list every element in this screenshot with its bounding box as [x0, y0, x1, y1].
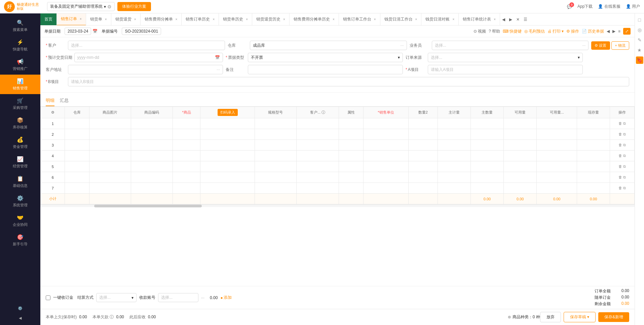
- row-main-unit[interactable]: [438, 118, 470, 129]
- view-toggle-btn[interactable]: ≡: [618, 29, 620, 34]
- warehouse-input[interactable]: 成品库 ···: [250, 41, 407, 50]
- logistics-btn[interactable]: + 物流: [611, 41, 629, 50]
- tab-close-all-btn[interactable]: ✕: [514, 17, 522, 22]
- sidebar-item-purchase[interactable]: 🛒 采购管理: [0, 94, 40, 114]
- view-btn[interactable]: ⊙ 视频: [473, 29, 486, 34]
- customer-input[interactable]: 选择...: [68, 41, 225, 50]
- dots-icon[interactable]: ···: [201, 295, 204, 300]
- tab-next-btn[interactable]: ▶: [507, 17, 514, 22]
- row-product[interactable]: [173, 118, 200, 129]
- project-a-input[interactable]: 请输入A项目: [428, 65, 583, 74]
- delete-icon[interactable]: 🗑: [618, 121, 622, 125]
- tab-sales-order[interactable]: 销售订单 ×: [57, 13, 86, 26]
- sidebar-item-guide[interactable]: 🎯 新手引导: [0, 231, 40, 250]
- delete-icon[interactable]: 🗑: [618, 164, 622, 168]
- settings-btn[interactable]: ⚙ 设置: [591, 41, 610, 50]
- tab-close-icon[interactable]: ×: [283, 17, 285, 21]
- profit-btn[interactable]: ◎ 毛利预估: [524, 29, 545, 34]
- row-unit[interactable]: [363, 118, 408, 129]
- copy-icon[interactable]: ⧉: [623, 132, 626, 136]
- sidebar-gear-btn[interactable]: ⚙️: [0, 304, 40, 313]
- tab-return-history[interactable]: 销货退货历史 ×: [252, 13, 290, 26]
- tab-close-icon[interactable]: ×: [415, 17, 417, 21]
- nav-next-btn[interactable]: ▶: [612, 29, 615, 34]
- sidebar-item-operations[interactable]: 📈 经营管理: [0, 153, 40, 172]
- delete-icon[interactable]: 🗑: [618, 154, 622, 158]
- copy-icon[interactable]: ⧉: [623, 121, 626, 125]
- invoice-type-select[interactable]: 不开票 ▾: [248, 53, 403, 62]
- calendar-icon[interactable]: 📅: [92, 29, 98, 34]
- tab-statistics[interactable]: 销售订单统计表 ×: [459, 13, 500, 26]
- right-panel-btn-5[interactable]: 🔖: [636, 56, 643, 64]
- copy-icon[interactable]: ⧉: [623, 186, 626, 190]
- solution-button[interactable]: 体验行业方案: [117, 2, 151, 11]
- row-customer-code[interactable]: [296, 118, 339, 129]
- sidebar-item-marketing[interactable]: 📢 营销推广: [0, 55, 40, 75]
- doc-date-field[interactable]: 2023-03-24: [65, 28, 91, 35]
- tab-daily-clear[interactable]: 钱货日清工作台 ×: [380, 13, 422, 26]
- tab-detail[interactable]: 明细: [46, 95, 54, 106]
- row-qty2[interactable]: [408, 118, 438, 129]
- user-avatar[interactable]: 👤 用户: [626, 4, 640, 9]
- app-download-link[interactable]: App下载: [577, 4, 593, 9]
- sidebar-item-search[interactable]: 🔍 搜索菜单: [0, 16, 40, 36]
- project-b-input[interactable]: 请输入B项目: [68, 77, 629, 86]
- tab-close-icon[interactable]: ×: [105, 17, 107, 21]
- delete-icon[interactable]: 🗑: [618, 186, 622, 190]
- row-current[interactable]: [577, 118, 610, 129]
- tab-sales-return[interactable]: 销货退货 ×: [111, 13, 141, 26]
- row-available2[interactable]: [537, 118, 577, 129]
- copy-icon[interactable]: ⧉: [623, 143, 626, 147]
- one-click-checkbox[interactable]: [46, 295, 50, 300]
- discard-button[interactable]: 放弃: [540, 312, 561, 322]
- right-panel-btn-3[interactable]: ✎: [636, 36, 643, 44]
- expand-btn[interactable]: ⤢: [623, 28, 631, 35]
- row-image[interactable]: [89, 118, 131, 129]
- right-panel-btn-2[interactable]: ◎: [636, 26, 643, 34]
- sidebar-item-finance[interactable]: 💰 资金管理: [0, 133, 40, 153]
- shortcut-btn[interactable]: ⌨ 快捷键: [503, 29, 522, 34]
- tab-summary[interactable]: 汇总: [60, 95, 69, 106]
- col-settings[interactable]: ⚙: [41, 107, 65, 118]
- system-selector[interactable]: 装备及固定资产辅助管理系统 ▾ ⚙: [47, 2, 115, 11]
- delivery-date-input[interactable]: yyyy-mm-dd 📅: [74, 53, 223, 62]
- settlement-select[interactable]: 选择... ▾: [96, 293, 137, 302]
- sidebar-collapse-btn[interactable]: ◀: [0, 314, 40, 322]
- tab-sales-goods[interactable]: 销货单 ×: [86, 13, 111, 26]
- settings-icon[interactable]: ⚙: [107, 4, 112, 9]
- tab-home[interactable]: 首页: [40, 13, 57, 26]
- order-source-select[interactable]: 选择... ▾: [428, 53, 583, 62]
- row-available[interactable]: [504, 118, 537, 129]
- remark-input[interactable]: [248, 65, 403, 74]
- sidebar-item-nav[interactable]: ⚡ 快捷导航: [0, 36, 40, 55]
- tab-close-icon[interactable]: ×: [374, 17, 376, 21]
- sidebar-item-basic[interactable]: 📋 基础信息: [0, 172, 40, 192]
- sidebar-item-sales[interactable]: 📊 销售管理: [0, 75, 40, 94]
- operation-btn[interactable]: ⚙ 操作: [566, 29, 579, 34]
- tab-workbench[interactable]: 销售订单工作台 ×: [339, 13, 380, 26]
- save-new-button[interactable]: 保存&新增: [598, 312, 629, 322]
- tab-reconcile[interactable]: 钱货日清对账 ×: [421, 13, 459, 26]
- tab-close-icon[interactable]: ×: [176, 17, 178, 21]
- sidebar-item-system[interactable]: ⚙️ 系统管理: [0, 192, 40, 211]
- tab-expense-history[interactable]: 销售费用分摊单历史 ×: [290, 13, 339, 26]
- right-panel-btn-4[interactable]: ★: [636, 46, 643, 54]
- tab-prev-btn[interactable]: ◀: [500, 17, 507, 22]
- tab-menu-btn[interactable]: ☰: [522, 17, 529, 22]
- copy-icon[interactable]: ⧉: [623, 164, 626, 168]
- row-spec[interactable]: [255, 118, 296, 129]
- address-input[interactable]: ···: [68, 65, 223, 74]
- tab-goods-history[interactable]: 销货单历史 ×: [219, 13, 252, 26]
- delete-icon[interactable]: 🗑: [618, 132, 622, 136]
- history-btn[interactable]: 📄 历史单据: [582, 29, 604, 34]
- right-panel-btn-1[interactable]: □: [636, 16, 643, 24]
- tab-close-icon[interactable]: ×: [452, 17, 454, 21]
- tab-close-icon[interactable]: ×: [80, 17, 82, 21]
- message-icon[interactable]: 💬 9: [567, 4, 572, 9]
- copy-icon[interactable]: ⧉: [623, 154, 626, 158]
- tab-close-icon[interactable]: ×: [134, 17, 136, 21]
- tab-close-icon[interactable]: ×: [246, 17, 248, 21]
- scroll-area[interactable]: [40, 204, 635, 207]
- online-service-link[interactable]: 👤 在线客服: [598, 4, 620, 9]
- account-select[interactable]: 选择...: [158, 293, 198, 302]
